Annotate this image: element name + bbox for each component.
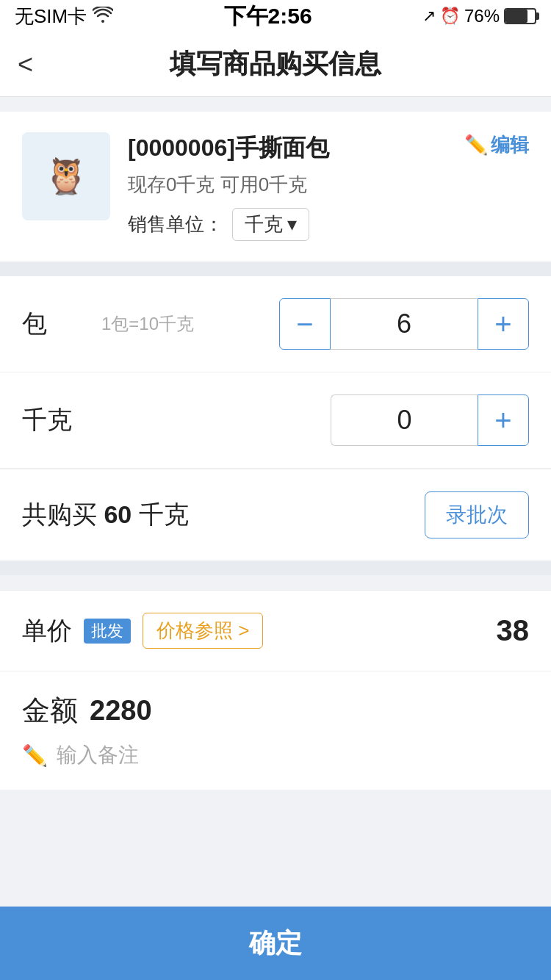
divider-2 xyxy=(0,561,551,575)
chevron-down-icon: ▾ xyxy=(287,213,297,236)
unit-value: 千克 xyxy=(245,212,283,237)
product-logo-icon: 🦉 xyxy=(44,156,88,197)
amount-value: 2280 xyxy=(90,695,152,727)
remark-placeholder: 输入备注 xyxy=(57,741,139,769)
page-title: 填写商品购买信息 xyxy=(170,46,381,82)
time-label: 下午2:56 xyxy=(224,1,312,32)
kg-controls: + xyxy=(331,394,529,446)
pack-row: 包 1包=10千克 − + xyxy=(0,276,551,372)
edit-button[interactable]: ✏️ 编辑 xyxy=(464,132,529,158)
product-image: 🦉 xyxy=(22,132,110,220)
kg-label: 千克 xyxy=(22,403,81,437)
summary-row: 共购买 60 千克 录批次 xyxy=(0,469,551,561)
summary-prefix: 共购买 xyxy=(22,500,97,528)
back-button[interactable]: < xyxy=(18,49,33,80)
price-ref-button[interactable]: 价格参照 > xyxy=(143,613,263,649)
kg-plus-button[interactable]: + xyxy=(478,394,529,446)
product-code-name: [0000006]手撕面包 xyxy=(128,132,329,165)
summary-quantity: 60 xyxy=(104,500,132,528)
status-left: 无SIM卡 xyxy=(15,4,113,29)
alarm-icon: ⏰ xyxy=(440,7,460,26)
status-right: ↗ ⏰ 76% xyxy=(422,6,536,26)
input-section: 包 1包=10千克 − + 千克 + 共购买 60 千克 录批次 xyxy=(0,276,551,561)
amount-section: 金额 2280 ✏️ 输入备注 xyxy=(0,671,551,790)
price-ref-label: 价格参照 > xyxy=(156,618,249,644)
pack-minus-button[interactable]: − xyxy=(279,298,331,350)
pack-input[interactable] xyxy=(331,298,478,350)
carrier-label: 无SIM卡 xyxy=(15,4,87,29)
wifi-icon xyxy=(93,5,113,28)
summary-text: 共购买 60 千克 xyxy=(22,498,189,532)
kg-input[interactable] xyxy=(331,394,478,446)
price-label: 单价 xyxy=(22,614,72,648)
amount-label: 金额 xyxy=(22,692,78,729)
edit-icon: ✏️ xyxy=(464,134,488,156)
footer[interactable]: 确定 xyxy=(0,907,551,980)
pack-controls: − + xyxy=(279,298,529,350)
summary-unit: 千克 xyxy=(139,500,189,528)
product-card: 🦉 [0000006]手撕面包 ✏️ 编辑 现存0千克 可用0千克 销售单位： … xyxy=(0,112,551,262)
kg-row: 千克 + xyxy=(0,372,551,469)
batch-button[interactable]: 录批次 xyxy=(425,491,529,538)
edit-label: 编辑 xyxy=(491,132,529,158)
amount-row: 金额 2280 xyxy=(22,692,529,729)
battery-icon xyxy=(504,8,536,24)
pack-hint: 1包=10千克 xyxy=(101,312,194,336)
pack-label: 包 xyxy=(22,307,81,341)
pencil-icon: ✏️ xyxy=(22,743,48,768)
battery-pct: 76% xyxy=(464,6,500,26)
product-info: [0000006]手撕面包 ✏️ 编辑 现存0千克 可用0千克 销售单位： 千克… xyxy=(128,132,529,241)
nav-bar: < 填写商品购买信息 xyxy=(0,32,551,97)
price-value: 38 xyxy=(497,614,530,647)
divider-1 xyxy=(0,262,551,276)
remark-row[interactable]: ✏️ 输入备注 xyxy=(22,741,529,769)
unit-label: 销售单位： xyxy=(128,212,223,237)
confirm-button[interactable]: 确定 xyxy=(249,926,302,962)
pack-plus-button[interactable]: + xyxy=(478,298,529,350)
price-section: 单价 批发 价格参照 > 38 xyxy=(0,590,551,671)
status-bar: 无SIM卡 下午2:56 ↗ ⏰ 76% xyxy=(0,0,551,32)
product-name-row: [0000006]手撕面包 ✏️ 编辑 xyxy=(128,132,529,165)
main-content: 🦉 [0000006]手撕面包 ✏️ 编辑 现存0千克 可用0千克 销售单位： … xyxy=(0,112,551,863)
unit-select[interactable]: 千克 ▾ xyxy=(232,208,309,241)
product-unit-row: 销售单位： 千克 ▾ xyxy=(128,208,529,241)
location-icon: ↗ xyxy=(422,7,436,26)
product-stock: 现存0千克 可用0千克 xyxy=(128,172,529,198)
price-tag-pi: 批发 xyxy=(84,619,131,644)
